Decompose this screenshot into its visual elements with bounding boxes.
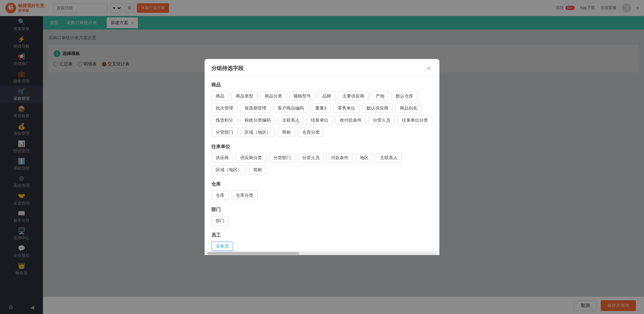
tag-dept[interactable]: 部门 xyxy=(211,216,229,226)
tag-region2[interactable]: 区域（地区） xyxy=(211,165,246,175)
hscroll-track xyxy=(207,252,437,255)
tag-product-type[interactable]: 商品类型 xyxy=(231,91,258,101)
tag-manager[interactable]: 分管人员 xyxy=(369,116,395,125)
section-employee: 员工 业务员 xyxy=(211,232,433,251)
tag-salesperson[interactable]: 业务员 xyxy=(211,242,233,251)
tag-short-name2[interactable]: 简称 xyxy=(249,165,266,175)
tag-pick-score[interactable]: 拣货积分 xyxy=(211,116,237,125)
section-warehouse: 仓库 仓库 仓库分类 xyxy=(211,181,433,200)
tag-payment-terms[interactable]: 收付款条件 xyxy=(335,116,366,125)
modal-title: 分组待选字段 xyxy=(211,65,244,72)
tag-supplier-category[interactable]: 供应商分类 xyxy=(236,153,266,163)
modal-overlay: 分组待选字段 ✕ 商品 商品 商品类型 商品分类 规格型号 品牌 主要供应商 产… xyxy=(0,0,644,314)
section-counterpart-title: 往来单位 xyxy=(211,144,433,150)
tag-region-area[interactable]: 区域（地区） xyxy=(240,128,275,137)
tag-product[interactable]: 商品 xyxy=(211,91,229,101)
section-dept-title: 部门 xyxy=(211,207,433,213)
tag-district[interactable]: 地区 xyxy=(356,153,373,163)
tag-product-alias[interactable]: 商品别名 xyxy=(395,104,422,113)
section-counterpart: 往来单位 供应商 供应商分类 分管部门 分管人员 付款条件 地区 主联系人 区域… xyxy=(211,144,433,175)
section-warehouse-title: 仓库 xyxy=(211,181,433,187)
tag-default-warehouse[interactable]: 默认仓库 xyxy=(391,91,418,101)
tag-batch-mgmt[interactable]: 批次管理 xyxy=(211,104,237,113)
modal-body[interactable]: 商品 商品 商品类型 商品分类 规格型号 品牌 主要供应商 产地 默认仓库 批次… xyxy=(205,77,439,251)
modal-header: 分组待选字段 ✕ xyxy=(205,59,439,77)
tag-supplier[interactable]: 供应商 xyxy=(211,153,233,163)
tag-manager2[interactable]: 分管人员 xyxy=(298,153,324,163)
section-employee-title: 员工 xyxy=(211,232,433,238)
tag-payment-cond[interactable]: 付款条件 xyxy=(327,153,353,163)
tag-retail-unit[interactable]: 零售单位 xyxy=(333,104,360,113)
tag-brand[interactable]: 品牌 xyxy=(318,91,335,101)
tag-warehouse-cat[interactable]: 仓库分类 xyxy=(231,191,258,200)
tag-main-contact[interactable]: 主联系人 xyxy=(278,116,304,125)
tag-tax-category[interactable]: 税收分类编码 xyxy=(240,116,275,125)
section-product: 商品 商品 商品类型 商品分类 规格型号 品牌 主要供应商 产地 默认仓库 批次… xyxy=(211,82,433,137)
tag-product-category[interactable]: 商品分类 xyxy=(260,91,286,101)
tag-dept-managed2[interactable]: 分管部门 xyxy=(269,153,295,163)
section-product-title: 商品 xyxy=(211,82,433,88)
section-counterpart-tags: 供应商 供应商分类 分管部门 分管人员 付款条件 地区 主联系人 区域（地区） … xyxy=(211,153,433,175)
tag-expiry-mgmt[interactable]: 保质期管理 xyxy=(240,104,271,113)
tag-customer-code[interactable]: 客户商品编码 xyxy=(273,104,308,113)
tag-counterpart-category[interactable]: 往来单位分类 xyxy=(397,116,432,125)
field-select-modal: 分组待选字段 ✕ 商品 商品 商品类型 商品分类 规格型号 品牌 主要供应商 产… xyxy=(205,59,439,255)
tag-weight3[interactable]: 重量3 xyxy=(311,104,331,113)
section-product-tags: 商品 商品类型 商品分类 规格型号 品牌 主要供应商 产地 默认仓库 批次管理 … xyxy=(211,91,433,137)
tag-default-supplier[interactable]: 默认供应商 xyxy=(362,104,393,113)
tag-short-name[interactable]: 简称 xyxy=(278,128,295,137)
modal-hscrollbar[interactable] xyxy=(205,251,439,255)
tag-warehouse-category[interactable]: 仓库分类 xyxy=(298,128,324,137)
tag-main-supplier[interactable]: 主要供应商 xyxy=(338,91,369,101)
tag-spec-model[interactable]: 规格型号 xyxy=(289,91,315,101)
section-employee-tags: 业务员 xyxy=(211,242,433,251)
section-dept-tags: 部门 xyxy=(211,216,433,226)
section-warehouse-tags: 仓库 仓库分类 xyxy=(211,191,433,200)
modal-close-button[interactable]: ✕ xyxy=(425,64,433,72)
tag-main-contact2[interactable]: 主联系人 xyxy=(376,153,402,163)
tag-origin[interactable]: 产地 xyxy=(371,91,389,101)
hscroll-thumb[interactable] xyxy=(207,252,299,255)
section-dept: 部门 部门 xyxy=(211,207,433,226)
tag-settlement-unit[interactable]: 结算单位 xyxy=(307,116,333,125)
tag-warehouse[interactable]: 仓库 xyxy=(211,191,229,200)
tag-dept-managed[interactable]: 分管部门 xyxy=(211,128,237,137)
